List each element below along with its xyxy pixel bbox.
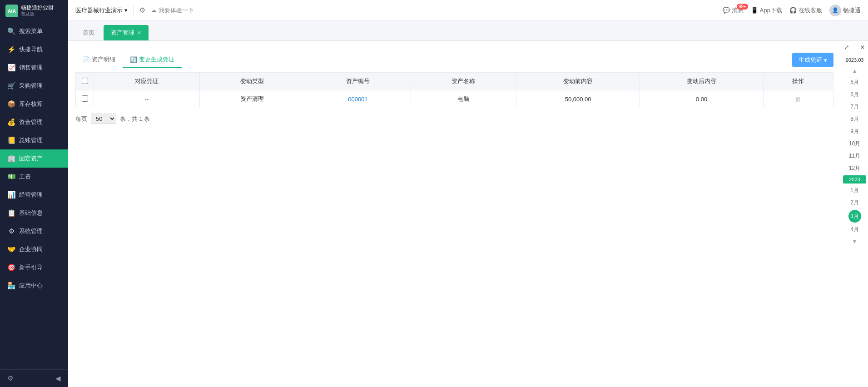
sidebar-item-quicknav[interactable]: ⚡ 快捷导航 bbox=[0, 40, 68, 59]
settings-gear-icon[interactable]: ⚙ bbox=[139, 6, 145, 15]
col-voucher: 对应凭证 bbox=[94, 73, 200, 90]
tab-label-home: 首页 bbox=[83, 29, 94, 36]
sidebar-bottom: ⚙ ◀ bbox=[0, 369, 68, 387]
message-badge: 99+ bbox=[737, 4, 748, 10]
month-item-7月[interactable]: 7月 bbox=[841, 101, 868, 113]
table-footer: 每页 50 10 20 100 条，共 1 条 bbox=[75, 108, 833, 129]
sidebar-item-funds[interactable]: 💰 资金管理 bbox=[0, 113, 68, 131]
main-content: 📄 资产明细 🔄 变更生成凭证 生成凭证 ▾ bbox=[68, 41, 841, 387]
row-asset-name-0: 电脑 bbox=[411, 90, 516, 108]
per-page-label: 每页 bbox=[75, 115, 87, 123]
sidebar-item-system[interactable]: ⚙ 系统管理 bbox=[0, 222, 68, 240]
month-item-11月[interactable]: 11月 bbox=[841, 150, 868, 162]
sales-icon: 📈 bbox=[7, 64, 15, 72]
data-table: 对应凭证 变动类型 资产编号 资产名称 变动前内容 变动后内容 操作 -- 资产… bbox=[75, 72, 833, 108]
scroll-up-btn[interactable]: ▲ bbox=[852, 65, 858, 76]
company-selector[interactable]: 医疗器械行业演示 ▾ bbox=[75, 6, 128, 15]
generate-voucher-button[interactable]: 生成凭证 ▾ bbox=[792, 53, 833, 67]
sidebar-item-guide[interactable]: 🎯 新手引导 bbox=[0, 258, 68, 277]
close-panel-icon[interactable]: ✕ bbox=[860, 44, 865, 51]
sub-tab-asset-detail-label: 资产明细 bbox=[92, 55, 115, 64]
tab-asset-mgmt[interactable]: 资产管理✕ bbox=[104, 25, 149, 40]
sidebar-item-collab[interactable]: 🤝 企业协同 bbox=[0, 240, 68, 258]
col-action: 操作 bbox=[763, 73, 833, 90]
col-asset-no: 资产编号 bbox=[305, 73, 411, 90]
topbar-right: 💬 消息 99+ 📱 App下载 🎧 在线客服 👤 畅捷通 bbox=[723, 5, 861, 16]
assets-icon: 🏢 bbox=[7, 154, 15, 163]
sidebar-item-label-quicknav: 快捷导航 bbox=[19, 45, 43, 54]
row-before-0: 50,000.00 bbox=[516, 90, 640, 108]
refresh-icon: 🔄 bbox=[130, 56, 137, 63]
avatar: 👤 bbox=[829, 5, 841, 16]
sidebar-item-search[interactable]: 🔍 搜索菜单 bbox=[0, 22, 68, 40]
sidebar-item-assets[interactable]: 🏢 固定资产 bbox=[0, 149, 68, 168]
expand-icon[interactable]: ⤢ bbox=[844, 44, 849, 51]
logo-subtext: 普及版 bbox=[21, 11, 54, 17]
sub-tabs: 📄 资产明细 🔄 变更生成凭证 生成凭证 ▾ bbox=[75, 48, 833, 72]
select-all-checkbox[interactable] bbox=[82, 78, 88, 84]
delete-icon-0[interactable]: 🗑 bbox=[795, 95, 802, 103]
sub-tab-change-voucher[interactable]: 🔄 变更生成凭证 bbox=[123, 52, 182, 68]
app-download-btn[interactable]: 📱 App下载 bbox=[751, 6, 782, 15]
sidebar-item-payroll[interactable]: 💵 工资 bbox=[0, 168, 68, 186]
online-service-btn[interactable]: 🎧 在线客服 bbox=[789, 6, 822, 15]
row-checkbox-0 bbox=[76, 90, 94, 108]
message-btn[interactable]: 💬 消息 99+ bbox=[723, 6, 744, 15]
sidebar-item-label-payroll: 工资 bbox=[19, 173, 31, 181]
sidebar-item-appstore[interactable]: 🏪 应用中心 bbox=[0, 277, 68, 295]
tab-close-asset-mgmt[interactable]: ✕ bbox=[137, 30, 141, 35]
scroll-down-btn[interactable]: ▼ bbox=[852, 236, 858, 247]
per-page-select[interactable]: 50 10 20 100 bbox=[91, 114, 116, 124]
col-after: 变动后内容 bbox=[640, 73, 764, 90]
document-icon: 📄 bbox=[83, 56, 90, 63]
appstore-icon: 🏪 bbox=[7, 282, 15, 290]
month-item-5月[interactable]: 5月 bbox=[841, 76, 868, 89]
purchase-icon: 🛒 bbox=[7, 82, 15, 90]
month-item-12月[interactable]: 12月 bbox=[841, 162, 868, 174]
month-item-9月[interactable]: 9月 bbox=[841, 125, 868, 138]
row-after-0: 0.00 bbox=[640, 90, 764, 108]
month-item-10月[interactable]: 10月 bbox=[841, 138, 868, 150]
sidebar-item-ledger[interactable]: 📒 总账管理 bbox=[0, 131, 68, 149]
sidebar-item-label-purchase: 采购管理 bbox=[19, 82, 43, 90]
sidebar-item-basic[interactable]: 📋 基础信息 bbox=[0, 204, 68, 222]
sidebar-logo: AtA 畅捷通好业财 普及版 bbox=[0, 0, 68, 22]
month-item-2月[interactable]: 2月 bbox=[841, 197, 868, 209]
experience-btn[interactable]: ☁ 我要体验一下 bbox=[151, 6, 194, 15]
mobile-icon: 📱 bbox=[751, 7, 758, 14]
sidebar: AtA 畅捷通好业财 普及版 🔍 搜索菜单 ⚡ 快捷导航 📈 销售管理 🛒 采购… bbox=[0, 0, 68, 387]
month-item-4月[interactable]: 4月 bbox=[841, 223, 868, 236]
tab-home[interactable]: 首页 bbox=[75, 25, 102, 40]
sidebar-item-label-appstore: 应用中心 bbox=[19, 282, 43, 290]
month-item-1月[interactable]: 1月 bbox=[841, 184, 868, 197]
logo-icon: AtA bbox=[5, 5, 18, 17]
guide-icon: 🎯 bbox=[7, 263, 15, 272]
sub-tab-asset-detail[interactable]: 📄 资产明细 bbox=[75, 52, 123, 68]
month-item-8月[interactable]: 8月 bbox=[841, 113, 868, 125]
sidebar-item-operations[interactable]: 📊 经营管理 bbox=[0, 186, 68, 204]
collab-icon: 🤝 bbox=[7, 245, 15, 253]
payroll-icon: 💵 bbox=[7, 173, 15, 181]
sidebar-item-inventory[interactable]: 📦 库存核算 bbox=[0, 95, 68, 113]
right-date-panel: ⤢ ✕ 2023.03 ▲ 5月6月7月8月9月10月11月12月20231月2… bbox=[841, 41, 868, 387]
topbar-divider bbox=[133, 6, 134, 15]
experience-label: 我要体验一下 bbox=[159, 6, 194, 15]
collapse-icon[interactable]: ◀ bbox=[55, 374, 61, 382]
chevron-down-icon: ▾ bbox=[124, 7, 128, 14]
sidebar-item-label-funds: 资金管理 bbox=[19, 118, 43, 126]
online-service-label: 在线客服 bbox=[799, 6, 822, 15]
settings-icon[interactable]: ⚙ bbox=[7, 374, 13, 382]
user-btn[interactable]: 👤 畅捷通 bbox=[829, 5, 861, 16]
sidebar-item-sales[interactable]: 📈 销售管理 bbox=[0, 59, 68, 77]
ledger-icon: 📒 bbox=[7, 136, 15, 144]
month-item-6月[interactable]: 6月 bbox=[841, 89, 868, 101]
row-select-0[interactable] bbox=[82, 95, 88, 102]
tabbar: 首页资产管理✕ bbox=[68, 21, 868, 41]
month-list: 5月6月7月8月9月10月11月12月20231月2月3月4月 bbox=[841, 76, 868, 236]
sidebar-item-label-sales: 销售管理 bbox=[19, 64, 43, 72]
funds-icon: 💰 bbox=[7, 118, 15, 126]
month-item-3月[interactable]: 3月 bbox=[848, 210, 861, 223]
message-icon: 💬 bbox=[723, 7, 730, 14]
sidebar-nav-scroll: 🔍 搜索菜单 ⚡ 快捷导航 📈 销售管理 🛒 采购管理 📦 库存核算 💰 资金管… bbox=[0, 22, 68, 369]
sidebar-item-purchase[interactable]: 🛒 采购管理 bbox=[0, 77, 68, 95]
